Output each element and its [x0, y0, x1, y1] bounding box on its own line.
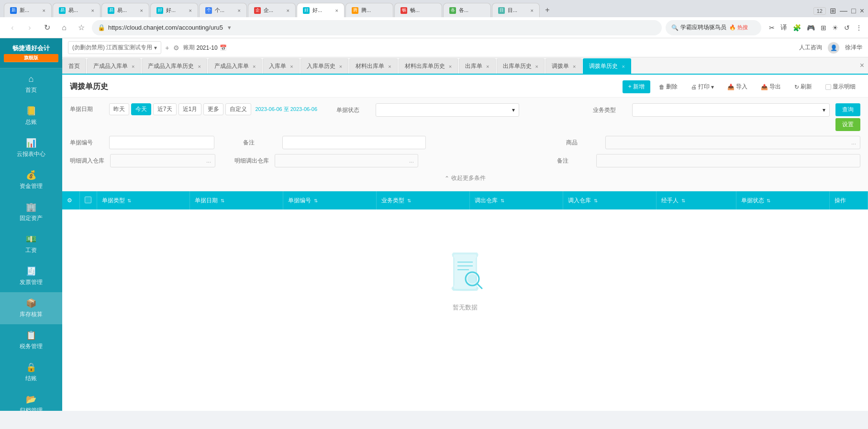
th-checkbox[interactable] — [79, 191, 97, 209]
th-type[interactable]: 单据类型 ⇅ — [97, 191, 190, 209]
sidebar-item-capital[interactable]: 💰 资金管理 — [0, 164, 62, 196]
tab-close-content-4[interactable]: × — [290, 64, 293, 69]
date-btn-more[interactable]: 更多 — [203, 103, 223, 115]
user-avatar[interactable]: 👤 — [828, 42, 839, 54]
tab-close-content-9[interactable]: × — [535, 64, 538, 69]
tab-close-1[interactable]: × — [43, 8, 45, 13]
content-tab-5[interactable]: 入库单历史 × — [300, 58, 348, 74]
content-tab-7[interactable]: 材料出库单历史 × — [399, 58, 458, 74]
date-btn-custom[interactable]: 自定义 — [225, 103, 251, 115]
minimize-btn[interactable]: — — [840, 7, 847, 15]
date-btn-today[interactable]: 今天 — [131, 103, 151, 115]
sidebar-item-invoice[interactable]: 🧾 发票管理 — [0, 260, 62, 292]
from-warehouse-selector[interactable]: ... — [110, 154, 215, 167]
content-tab-9[interactable]: 出库单历史 × — [497, 58, 545, 74]
new-tab-btn[interactable]: + — [541, 3, 554, 17]
content-tab-2[interactable]: 产成品入库单历史 × — [142, 58, 207, 74]
set-btn[interactable]: 设置 — [835, 118, 860, 131]
note-input[interactable] — [282, 136, 426, 149]
more-icon[interactable]: ⋮ — [856, 24, 862, 32]
tab-close-3[interactable]: × — [140, 8, 143, 13]
tab-close-4[interactable]: × — [189, 8, 192, 13]
th-date[interactable]: 单据日期 ⇅ — [190, 191, 283, 209]
sidebar-item-tax[interactable]: 📋 税务管理 — [0, 324, 62, 356]
sidebar-item-ledger[interactable]: 📒 总账 — [0, 100, 62, 132]
th-status[interactable]: 单据状态 ⇅ — [736, 191, 829, 209]
browser-tab-9[interactable]: 畅 畅... — [394, 3, 442, 17]
content-tab-10[interactable]: 调拨单 × — [545, 58, 582, 74]
sidebar-item-fixed[interactable]: 🏢 固定资产 — [0, 196, 62, 228]
th-business[interactable]: 业务类型 ⇅ — [377, 191, 470, 209]
import-btn[interactable]: 📥 导入 — [723, 80, 752, 93]
sidebar-item-inventory[interactable]: 📦 库存核算 — [0, 292, 62, 324]
th-settings[interactable]: ⚙ — [62, 191, 79, 209]
display-btn[interactable]: 显示明细 — [821, 80, 860, 93]
tab-close-content-5[interactable]: × — [339, 64, 342, 69]
tab-close-content-1[interactable]: × — [132, 64, 134, 69]
refresh-nav-btn[interactable]: ↻ — [40, 21, 54, 34]
browser-tab-6[interactable]: 企 企... × — [248, 3, 296, 17]
browser-tab-3[interactable]: 易 易... × — [101, 3, 149, 17]
business-type-select[interactable]: ▾ — [632, 103, 830, 117]
tab-close-5[interactable]: × — [238, 8, 241, 13]
close-page-btn[interactable]: × — [856, 61, 868, 70]
address-bar[interactable]: 🔒 https://cloud.chanjet.com/accounting/u… — [92, 20, 662, 35]
browser-tab-8[interactable]: 腾 腾... — [345, 3, 393, 17]
collapse-more-btn[interactable]: ⌃ 收起更多条件 — [70, 171, 860, 185]
tab-close-7[interactable]: × — [335, 8, 338, 13]
content-tab-4[interactable]: 入库单 × — [263, 58, 299, 74]
home-nav-btn[interactable]: ⌂ — [57, 21, 71, 34]
browser-tab-10[interactable]: 各 各... — [443, 3, 491, 17]
content-tab-11[interactable]: 调拨单历史 × — [583, 58, 631, 74]
sidebar-item-payroll[interactable]: 💵 工资 — [0, 228, 62, 260]
content-tab-6[interactable]: 材料出库单 × — [349, 58, 397, 74]
date-btn-7days[interactable]: 近7天 — [153, 103, 177, 115]
sidebar-item-archive[interactable]: 📂 归档管理 — [0, 388, 62, 411]
settings-gear-btn[interactable]: ⚙ — [173, 44, 179, 52]
th-from-warehouse[interactable]: 调出仓库 ⇅ — [470, 191, 563, 209]
status-select[interactable]: ▾ — [376, 103, 519, 117]
content-tab-home[interactable]: 首页 — [62, 58, 86, 74]
browser-tab-5[interactable]: 个 个... × — [199, 3, 247, 17]
export-btn[interactable]: 📤 导出 — [756, 80, 786, 93]
date-btn-yesterday[interactable]: 昨天 — [109, 103, 129, 115]
content-tab-8[interactable]: 出库单 × — [459, 58, 495, 74]
tab-close-11[interactable]: × — [531, 8, 534, 13]
scissor-icon[interactable]: ✂ — [769, 24, 775, 32]
close-btn[interactable]: × — [860, 7, 864, 15]
tab-count-badge[interactable]: 12 — [813, 7, 826, 15]
query-btn[interactable]: 查询 — [835, 103, 860, 116]
goods-selector[interactable]: ... — [605, 136, 860, 149]
browser-tab-4[interactable]: 好 好... × — [150, 3, 198, 17]
th-handler[interactable]: 经手人 ⇅ — [657, 191, 736, 209]
maximize-btn[interactable]: □ — [851, 7, 856, 15]
th-number[interactable]: 单据编号 ⇅ — [283, 191, 377, 209]
tab-close-content-7[interactable]: × — [449, 64, 452, 69]
tab-list-btn[interactable]: ⊞ — [830, 6, 836, 15]
brightness-icon[interactable]: ☀ — [832, 24, 838, 32]
new-btn[interactable]: + 新增 — [623, 80, 650, 93]
add-company-btn[interactable]: + — [165, 44, 169, 52]
back-btn[interactable]: ‹ — [6, 21, 19, 34]
service-btn[interactable]: 人工咨询 — [799, 44, 822, 52]
tab-close-6[interactable]: × — [287, 8, 289, 13]
grid-icon[interactable]: ⊞ — [821, 24, 826, 32]
to-warehouse-selector[interactable]: ... — [275, 154, 418, 167]
undo-icon[interactable]: ↺ — [844, 24, 850, 32]
game-icon[interactable]: 🎮 — [807, 24, 815, 32]
date-btn-1month[interactable]: 近1月 — [178, 103, 202, 115]
bookmark-btn[interactable]: ☆ — [75, 21, 88, 34]
doc-no-input[interactable] — [109, 136, 214, 149]
translate-icon[interactable]: 译 — [780, 23, 787, 32]
browser-tab-2[interactable]: 易 易... × — [53, 3, 100, 17]
print-dropdown-icon[interactable]: ▾ — [711, 84, 714, 90]
sidebar-item-home[interactable]: ⌂ 首页 — [0, 68, 62, 100]
remark-input[interactable] — [596, 154, 860, 167]
extension-icon[interactable]: 🧩 — [793, 24, 801, 32]
browser-tab-1[interactable]: 新 新... × — [4, 3, 52, 17]
browser-tab-11[interactable]: 目 目... × — [492, 3, 540, 17]
refresh-btn[interactable]: ↻ 刷新 — [790, 80, 817, 93]
delete-btn[interactable]: 🗑 删除 — [654, 80, 682, 93]
tab-close-content-2[interactable]: × — [198, 64, 200, 69]
tab-close-content-11[interactable]: × — [622, 64, 624, 69]
